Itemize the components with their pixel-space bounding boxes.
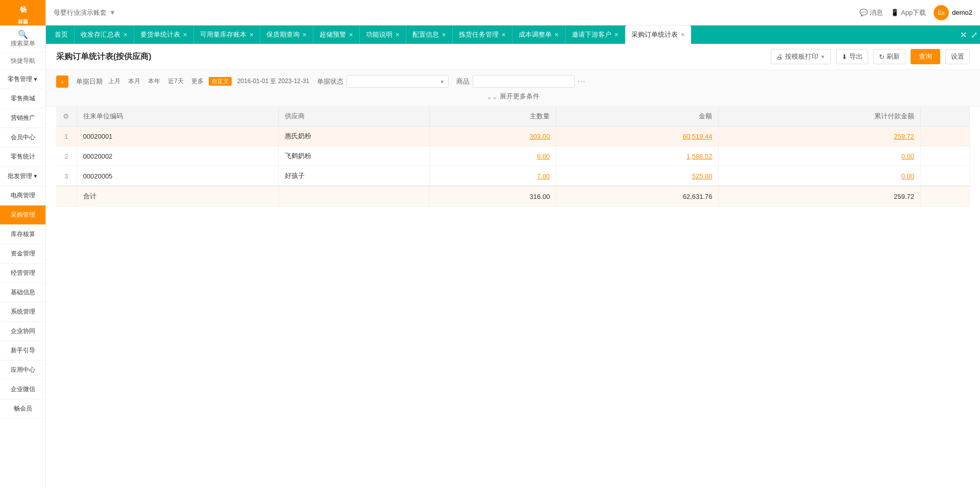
tab-close-icon[interactable]: ✕ <box>442 32 446 38</box>
footer-empty3 <box>920 186 969 207</box>
filter-row: › 单据日期 上月 本月 本年 近7天 更多 自定义 2016-01-01 至 … <box>56 75 970 88</box>
message-button[interactable]: 💬 消息 <box>860 8 883 17</box>
filter-toggle-button[interactable]: › <box>56 75 68 88</box>
page-header: 采购订单统计表(按供应商) 🖨 按模板打印 ▼ ⬇ 导出 ↻ 刷新 查询 设置 <box>46 44 980 70</box>
page-actions: 🖨 按模板打印 ▼ ⬇ 导出 ↻ 刷新 查询 设置 <box>771 49 970 64</box>
sidebar-item-app-center[interactable]: 应用中心 <box>0 361 45 380</box>
sidebar-item-member2[interactable]: 畅会员 <box>0 399 45 419</box>
goods-input[interactable] <box>473 75 575 88</box>
main-area: 母婴行业演示账套 ▼ 💬 消息 📱 App下载 Ea demo2 首页 <box>46 0 980 488</box>
logo-text: 标题 <box>18 18 28 25</box>
tab-purchase-summary[interactable]: 采购订单统计表 ✕ <box>625 25 691 44</box>
query-button[interactable]: 查询 <box>911 49 940 64</box>
chevron-down-icon: ▼ <box>33 173 38 179</box>
tab-close-icon[interactable]: ✕ <box>123 32 128 38</box>
sidebar-item-operations[interactable]: 经营管理 <box>0 264 45 283</box>
workspace-label: 母婴行业演示账套 <box>54 8 107 17</box>
tab-cost-adjust[interactable]: 成本调整单 ✕ <box>512 25 566 44</box>
row-extra <box>920 126 969 146</box>
print-dropdown-icon: ▼ <box>820 54 825 60</box>
tab-close-icon[interactable]: ✕ <box>249 32 254 38</box>
app-download-button[interactable]: 📱 App下载 <box>891 8 926 17</box>
footer-empty2 <box>279 186 430 207</box>
tab-function[interactable]: 功能说明 ✕ <box>360 25 406 44</box>
tab-overstock[interactable]: 超储预警 ✕ <box>313 25 360 44</box>
topbar-actions: 💬 消息 📱 App下载 Ea demo2 <box>860 5 972 20</box>
export-button[interactable]: ⬇ 导出 <box>836 49 868 64</box>
tab-close-icon[interactable]: ✕ <box>183 32 187 38</box>
status-select[interactable] <box>347 75 449 88</box>
row-quantity: 7.00 <box>429 166 556 187</box>
date-shortcuts: 上月 本月 本年 近7天 更多 自定义 <box>106 76 232 87</box>
tab-receive[interactable]: 收发存汇总表 ✕ <box>75 25 134 44</box>
refresh-button[interactable]: ↻ 刷新 <box>873 49 905 64</box>
table-row[interactable]: 1 00020001 惠氏奶粉 303.00 60,519.44 259.72 <box>56 126 970 146</box>
tab-warranty[interactable]: 保质期查询 ✕ <box>260 25 313 44</box>
tab-close-icon[interactable]: ✕ <box>501 32 506 38</box>
sidebar-item-finance[interactable]: 资金管理 <box>0 244 45 264</box>
chevron-down-icon: ⌄⌄ <box>486 93 498 100</box>
sidebar-item-search[interactable]: 🔍 搜索菜单 <box>0 25 45 53</box>
sidebar-item-marketing[interactable]: 营销推广 <box>0 109 45 128</box>
chevron-down-icon: ▼ <box>33 76 38 82</box>
sidebar-item-purchase[interactable]: 采购管理 <box>0 206 45 225</box>
row-paid: 0.00 <box>719 146 921 166</box>
tab-close-icon[interactable]: ✕ <box>554 32 559 38</box>
sidebar-item-quick-nav[interactable]: 快捷导航 <box>0 53 45 70</box>
user-menu[interactable]: Ea demo2 <box>934 5 972 20</box>
print-button[interactable]: 🖨 按模板打印 ▼ <box>771 49 831 64</box>
shortcut-this-month[interactable]: 本月 <box>126 76 143 87</box>
tab-usable-inventory[interactable]: 可用量库存账本 ✕ <box>194 25 260 44</box>
logo-icon: 畅 <box>14 0 32 17</box>
row-amount: 60,519.44 <box>556 126 719 146</box>
date-range-display: 2016-01-01 至 2023-12-31 <box>237 77 309 86</box>
sidebar-item-retail-mall[interactable]: 零售商城 <box>0 89 45 109</box>
workspace-selector[interactable]: 母婴行业演示账套 ▼ <box>54 8 854 17</box>
sidebar-item-ecommerce[interactable]: 电商管理 <box>0 186 45 206</box>
shortcut-more[interactable]: 更多 <box>189 76 206 87</box>
tab-close-icon[interactable]: ✕ <box>349 32 353 38</box>
tabbar: 首页 收发存汇总表 ✕ 要货单统计表 ✕ 可用量库存账本 ✕ 保质期查询 ✕ 超… <box>46 25 980 44</box>
custom-date-badge[interactable]: 自定义 <box>209 77 232 86</box>
sidebar-item-inventory[interactable]: 库存核算 <box>0 225 45 244</box>
footer-quantity: 316.00 <box>429 186 556 207</box>
sidebar-item-new-guide[interactable]: 新手引导 <box>0 341 45 361</box>
more-options-icon[interactable]: ··· <box>577 77 585 86</box>
filter-date-item: 单据日期 上月 本月 本年 近7天 更多 自定义 2016-01-01 至 20… <box>76 76 309 87</box>
settings-button[interactable]: 设置 <box>945 49 970 64</box>
sidebar-item-system[interactable]: 系统管理 <box>0 302 45 322</box>
tab-pick-task[interactable]: 拣货任务管理 ✕ <box>453 25 512 44</box>
tab-close-icon[interactable]: ✕ <box>680 32 685 38</box>
shortcut-last-month[interactable]: 上月 <box>106 76 123 87</box>
tab-close-icon[interactable]: ✕ <box>302 32 307 38</box>
logo: 畅 标题 <box>0 0 45 25</box>
tab-config[interactable]: 配置信息 ✕ <box>406 25 453 44</box>
tab-close-icon[interactable]: ✕ <box>395 32 400 38</box>
table-row[interactable]: 2 00020002 飞鹤奶粉 6.00 1,586.52 0.00 <box>56 146 970 166</box>
chevron-right-icon: › <box>61 78 64 86</box>
tab-close-all-icon[interactable]: ✕ <box>960 30 967 40</box>
tab-requisition[interactable]: 要货单统计表 ✕ <box>134 25 194 44</box>
col-settings: ⚙ <box>56 107 77 126</box>
col-code: 往来单位编码 <box>77 107 279 126</box>
table-row[interactable]: 3 00020005 好孩子 7.00 525.80 0.00 <box>56 166 970 187</box>
tab-home[interactable]: 首页 <box>48 25 75 44</box>
printer-icon: 🖨 <box>776 53 783 61</box>
filter-goods-item: 商品 ··· <box>456 75 585 88</box>
sidebar-item-wechat[interactable]: 企业微信 <box>0 380 45 399</box>
shortcut-this-year[interactable]: 本年 <box>145 76 163 87</box>
tab-close-icon[interactable]: ✕ <box>614 32 619 38</box>
goods-input-wrapper: ··· <box>473 75 585 88</box>
tab-invite-customer[interactable]: 邀请下游客户 ✕ <box>566 25 625 44</box>
expand-more-button[interactable]: ⌄⌄ 展开更多条件 <box>486 92 540 101</box>
sidebar-item-retail-stats[interactable]: 零售统计 <box>0 147 45 167</box>
column-settings-icon[interactable]: ⚙ <box>63 112 69 120</box>
sidebar-item-retail-manage[interactable]: 零售管理 ▼ <box>0 70 45 89</box>
shortcut-7-days[interactable]: 近7天 <box>165 76 186 87</box>
sidebar-item-basic-info[interactable]: 基础信息 <box>0 283 45 302</box>
tab-maximize-icon[interactable]: ⤢ <box>971 30 977 40</box>
sidebar-item-wholesale[interactable]: 批发管理 ▼ <box>0 167 45 186</box>
sidebar-item-enterprise[interactable]: 企业协同 <box>0 322 45 341</box>
page-title: 采购订单统计表(按供应商) <box>56 52 152 62</box>
sidebar-item-member[interactable]: 会员中心 <box>0 128 45 147</box>
